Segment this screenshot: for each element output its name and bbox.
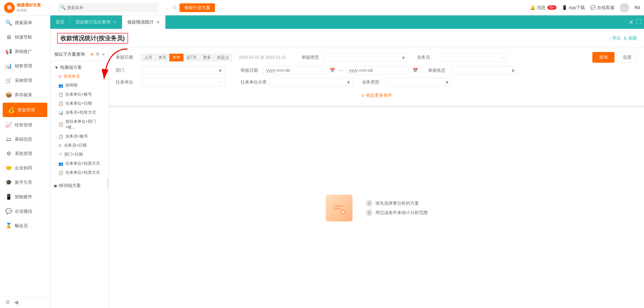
scheme-item-by-salesperson[interactable]: ⊙ 按业务员	[50, 72, 109, 81]
scheme-item-salesperson-date[interactable]: ⚙ 业务员+日期	[50, 141, 109, 150]
sidebar-item-marketing[interactable]: 📢 营销推广	[0, 44, 50, 59]
collection-stat-label: 收款情况统计	[127, 19, 154, 25]
chevron-down-icon: ▼	[54, 65, 59, 70]
doc-status-chevron: ∨	[512, 68, 515, 73]
scheme-item-unit-account[interactable]: 📋 往来单位+账号	[50, 90, 109, 99]
scheme-item-unit-dept-collection[interactable]: 📋 按往来单位+部门+收...	[50, 117, 109, 132]
refresh-btn[interactable]: ↻ 刷新	[624, 35, 637, 41]
tab-fullscreen-btn[interactable]: ⛶	[636, 19, 641, 25]
online-service-btn[interactable]: 💬 在线客服	[590, 5, 614, 11]
unit-date-icon: 📋	[58, 101, 63, 106]
main-split: 按以下方案查询 + ⚙ « ▼ 电脑端方案 ⊙ 按业务员	[50, 48, 644, 308]
sidebar-item-search[interactable]: 🔍 搜索菜单	[0, 15, 50, 30]
tab-close-all-btn[interactable]: ✕	[629, 19, 633, 25]
scheme-add-btn[interactable]: +	[91, 51, 94, 57]
scheme-settings-btn[interactable]: ⚙	[96, 51, 100, 57]
audit-date-end[interactable]	[346, 66, 409, 74]
tab-home[interactable]: 首页	[50, 15, 70, 29]
sidebar-item-system[interactable]: ⚙ 系统管理	[0, 146, 50, 161]
audit-date-start[interactable]	[263, 66, 326, 74]
sidebar-item-wechat[interactable]: 💬 企业微信	[0, 204, 50, 218]
scheme-item-salesperson-account[interactable]: 📋 业务员+账号	[50, 132, 109, 141]
guide-icon: 🎓	[5, 179, 12, 186]
dropdown-icon: ⌄	[165, 4, 169, 11]
sales-icon: 📊	[5, 63, 12, 69]
username: Rit	[635, 5, 640, 10]
settings-bottom-btn[interactable]: ⚙	[5, 299, 10, 305]
filter-settings-btn[interactable]: 设置	[617, 52, 637, 63]
scheme-item-unit-settlement2[interactable]: 📋 往来单位+结算方式	[50, 168, 109, 177]
content-area: 首页 现金银行流水查询 ✕ 收款情况统计 ✕ ✕ ⛶ 收款情况统计(按业务员) …	[50, 15, 644, 308]
counterpart-more-btn[interactable]: ···	[218, 80, 222, 85]
empty-step-1: 1 请先选择要分析的方案	[366, 200, 428, 207]
export-btn[interactable]: ↑ 导出	[609, 35, 621, 41]
business-type-select[interactable]: ∨	[385, 78, 452, 86]
logo-text-block: 畅捷通好生意 标准版	[17, 2, 41, 13]
sidebar-item-member[interactable]: 🏅 畅会员	[0, 218, 50, 233]
date-tab-last-month[interactable]: 上月	[141, 54, 155, 61]
counterpart-select[interactable]: ···	[141, 78, 225, 86]
doc-status-label: 单据状态	[428, 67, 448, 73]
doc-type-select[interactable]: ∨	[324, 53, 408, 62]
avatar[interactable]	[620, 3, 629, 12]
tab-bank-flow[interactable]: 现金银行流水查询 ✕	[70, 15, 122, 29]
app-download-btn[interactable]: 📱 App下载	[562, 5, 585, 11]
date-tab-custom[interactable]: 自定义	[214, 54, 232, 61]
query-btn[interactable]: 查询	[592, 52, 614, 63]
scheme-button[interactable]: 体验行业方案	[179, 3, 215, 12]
scheme-item-by-detail[interactable]: 👥 按明细	[50, 81, 109, 90]
business-type-group: 业务类型 ∨	[362, 78, 452, 86]
date-tab-this-month[interactable]: 本月	[155, 54, 169, 61]
sidebar-item-hardware[interactable]: 📱 智能硬件	[0, 190, 50, 204]
sidebar-item-enterprise[interactable]: 🤝 企业协同	[0, 161, 50, 175]
scheme-item-dept-date[interactable]: ⏱ 部门+日期	[50, 150, 109, 159]
tab-close-collection[interactable]: ✕	[156, 20, 160, 24]
business-type-label: 业务类型	[362, 79, 382, 85]
sidebar-item-finance[interactable]: 💰 资金管理	[3, 103, 47, 117]
collapse-scheme-panel-btn[interactable]: «	[107, 178, 109, 189]
scheme-item-salesperson-settlement[interactable]: 📊 业务员+结算方式	[50, 108, 109, 117]
collapse-bottom-btn[interactable]: ◀	[14, 299, 18, 305]
calendar-icon-end: 📅	[413, 68, 418, 73]
counterpart-cat-chevron: ∨	[347, 80, 350, 85]
counterpart-cat-select[interactable]: ∨	[269, 78, 353, 86]
salesperson-select[interactable]: ···	[440, 53, 507, 62]
settings-icon[interactable]: ⚙	[172, 4, 177, 11]
svg-rect-1	[334, 205, 344, 207]
sidebar-item-inventory[interactable]: 📦 库存核算	[0, 88, 50, 102]
scheme-collapse-btn[interactable]: «	[102, 51, 105, 57]
sidebar-item-operation[interactable]: 📈 经营管理	[0, 118, 50, 132]
tab-bar-right: ✕ ⛶	[629, 19, 644, 25]
tab-close-bank-flow[interactable]: ✕	[113, 20, 116, 24]
date-tab-last7[interactable]: 近7天	[183, 54, 200, 61]
collapse-filter-btn[interactable]: ∧ 收起更多条件	[116, 90, 637, 101]
page-title: 收款情况统计(按业务员)	[57, 33, 128, 44]
salesperson-more-btn[interactable]: ···	[500, 55, 504, 60]
sidebar-item-basic[interactable]: 🗂 基础信息	[0, 132, 50, 146]
scheme-item-unit-date[interactable]: 📋 往来单位+日期	[50, 99, 109, 108]
date-label: 单据日期	[116, 54, 136, 60]
unit-settlement2-icon: 📋	[58, 170, 63, 175]
mobile-group-title[interactable]: ▶ 移动端方案	[50, 181, 109, 190]
scheme-item-unit-settlement1[interactable]: 👥 往来单位+结算方式	[50, 159, 109, 168]
sidebar-item-guide[interactable]: 🎓 新手引导	[0, 175, 50, 190]
counterpart-cat-label: 往来单位分类	[240, 79, 267, 85]
date-dash: —	[339, 68, 343, 73]
service-icon: 💬	[590, 5, 596, 10]
hardware-icon: 📱	[5, 194, 12, 200]
search-bar[interactable]: 🔍	[58, 3, 158, 12]
sidebar-item-sales[interactable]: 📊 销售管理	[0, 59, 50, 73]
tab-collection-stat[interactable]: 收款情况统计 ✕	[122, 15, 165, 29]
active-scheme-icon: ⊙	[58, 74, 62, 79]
sidebar-item-purchase[interactable]: 🛒 采购管理	[0, 73, 50, 88]
messages-btn[interactable]: 🔔 消息 99+	[530, 5, 556, 11]
date-tab-more[interactable]: 更多	[200, 54, 214, 61]
dept-select[interactable]: ∨	[141, 66, 225, 74]
search-input[interactable]	[67, 5, 156, 10]
desktop-group-title[interactable]: ▼ 电脑端方案	[50, 63, 109, 72]
salesperson-group: 业务员 ···	[417, 53, 507, 62]
date-tab-this-year[interactable]: 本年	[169, 54, 183, 61]
doc-status-select[interactable]: ∨	[451, 66, 518, 74]
sidebar-item-quick-nav[interactable]: ⊞ 快捷导航	[0, 30, 50, 44]
salesperson-settlement-icon: 📊	[58, 110, 63, 115]
